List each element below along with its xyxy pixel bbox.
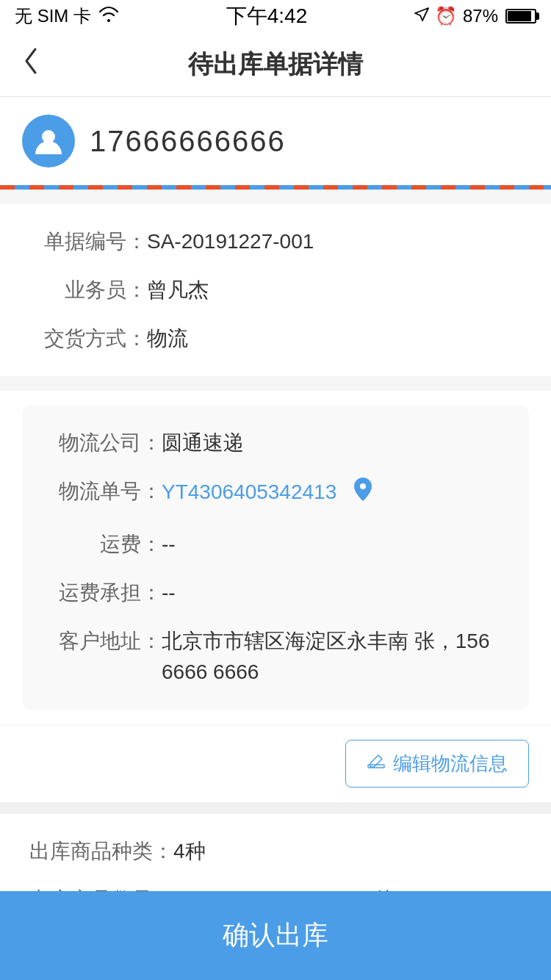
- company-row: 物流公司： 圆通速递: [44, 428, 507, 458]
- separator: [0, 802, 551, 814]
- freight-row: 运费： --: [44, 529, 507, 560]
- freight-bear-row: 运费承担： --: [44, 577, 507, 608]
- delivery-label: 交货方式：: [29, 323, 147, 354]
- navigation-bar: 待出库单据详情: [0, 32, 551, 97]
- freight-bear-label: 运费承担：: [44, 577, 162, 608]
- edit-logistics-label: 编辑物流信息: [393, 751, 508, 777]
- salesman-label: 业务员：: [29, 275, 147, 306]
- delivery-value: 物流: [147, 323, 522, 354]
- address-label: 客户地址：: [44, 626, 162, 657]
- document-value: SA-20191227-001: [147, 226, 522, 257]
- avatar: [22, 115, 75, 167]
- edit-logistics-footer: 编辑物流信息: [0, 724, 551, 802]
- document-row: 单据编号： SA-20191227-001: [29, 226, 522, 257]
- tracking-value: YT43064053424​13: [162, 476, 507, 511]
- freight-value: --: [162, 529, 507, 560]
- status-right: ⏰ 87%: [414, 6, 536, 26]
- battery-percentage: 87%: [463, 6, 498, 26]
- salesman-value: 曾凡杰: [147, 275, 522, 306]
- delivery-row: 交货方式： 物流: [29, 323, 522, 354]
- salesman-row: 业务员： 曾凡杰: [29, 275, 522, 306]
- logistics-section: 物流公司： 圆通速递 物流单号： YT43064053424​13 运费： --…: [0, 391, 551, 724]
- freight-bear-value: --: [162, 577, 507, 608]
- tracking-row: 物流单号： YT43064053424​13: [44, 476, 507, 511]
- battery-icon: [505, 9, 536, 24]
- freight-label: 运费：: [44, 529, 162, 560]
- back-button[interactable]: [22, 46, 40, 82]
- dashed-divider: [0, 185, 551, 190]
- edit-logistics-button[interactable]: 编辑物流信息: [345, 740, 529, 788]
- address-value: 北京市市辖区海淀区永丰南 张，156 6666 6666: [162, 626, 507, 688]
- document-label: 单据编号：: [29, 226, 147, 257]
- status-left: 无 SIM 卡: [15, 4, 119, 28]
- edit-icon: [367, 752, 386, 776]
- phone-number: 17666666666: [90, 125, 286, 158]
- goods-types-label: 出库商品种类：: [29, 836, 173, 867]
- status-time: 下午4:42: [226, 2, 308, 30]
- alarm-icon: ⏰: [435, 6, 457, 26]
- page-title: 待出库单据详情: [188, 48, 363, 82]
- tracking-label: 物流单号：: [44, 476, 162, 507]
- logistics-box: 物流公司： 圆通速递 物流单号： YT43064053424​13 运费： --…: [22, 406, 529, 710]
- carrier-text: 无 SIM 卡: [15, 4, 91, 28]
- order-info-section: 单据编号： SA-20191227-001 业务员： 曾凡杰 交货方式： 物流: [0, 204, 551, 376]
- svg-point-1: [360, 483, 366, 489]
- location-icon: [414, 6, 429, 26]
- confirm-label: 确认出库: [223, 920, 328, 950]
- company-value: 圆通速递: [162, 428, 507, 458]
- profile-header: 17666666666: [0, 97, 551, 185]
- goods-types-row: 出库商品种类： 4种: [29, 836, 522, 867]
- company-label: 物流公司：: [44, 428, 162, 458]
- wifi-icon: [98, 6, 119, 26]
- goods-types-value: 4种: [173, 836, 522, 867]
- address-row: 客户地址： 北京市市辖区海淀区永丰南 张，156 6666 6666: [44, 626, 507, 688]
- confirm-button[interactable]: 确认出库: [0, 891, 551, 980]
- location-pin-icon[interactable]: [351, 476, 375, 511]
- status-bar: 无 SIM 卡 下午4:42 ⏰ 87%: [0, 0, 551, 32]
